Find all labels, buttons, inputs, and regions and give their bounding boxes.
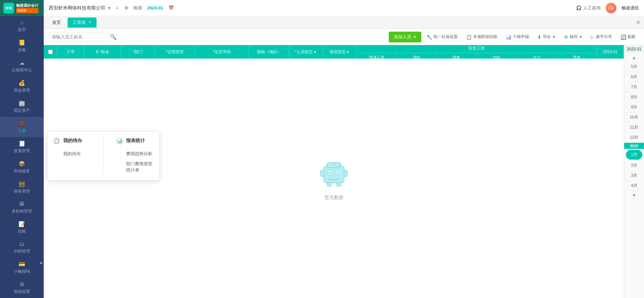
calendar-month-12[interactable]: 12月: [624, 133, 644, 143]
calendar-month-8[interactable]: 8月: [624, 92, 644, 102]
logo-text-container: 畅捷通好会计 旗舰版: [16, 3, 38, 13]
sidebar-item-home[interactable]: ⌂ 首页: [0, 16, 44, 36]
avatar-initials: CE: [608, 6, 613, 10]
calendar-month-9[interactable]: 9月: [624, 102, 644, 112]
popup-item-dept-stats[interactable]: 部门费用类型统计表: [115, 159, 154, 175]
calendar-month-3[interactable]: 3月: [624, 171, 644, 181]
company-name-text: 西安虾米网络科技有限公司: [49, 5, 105, 11]
calendar-month-1[interactable]: 1月: [626, 150, 642, 160]
sidebar-item-inventory[interactable]: 📦 库存核算: [0, 157, 44, 177]
archive-icon: 🗂: [19, 241, 25, 247]
calendar-month-4[interactable]: 4月: [624, 181, 644, 191]
tab-close-icon[interactable]: ✕: [88, 20, 91, 25]
table-header-row1: 工号 ⇅ *姓名 *部门 *证型类型 *证型号码: [44, 45, 624, 59]
sidebar-item-settle[interactable]: 📝 结账: [0, 218, 44, 238]
th-name: ⇅ *姓名: [84, 45, 121, 59]
app-title: 畅捷通好会计: [16, 3, 38, 8]
settle-icon: 📝: [18, 221, 25, 227]
th-status: *人员状态 ▼: [289, 45, 323, 59]
tab-salary[interactable]: 工资表 ✕: [68, 18, 97, 28]
calendar-icon[interactable]: 📅: [168, 5, 174, 10]
sort-icon-name: ⇅: [96, 49, 99, 54]
export-icon: ⬇: [537, 34, 541, 40]
service-label: 人工咨询: [583, 5, 601, 11]
sidebar-item-cloud[interactable]: ☁ 云报表中心: [0, 56, 44, 76]
th-performance: 绩效: [437, 53, 477, 59]
popup-menu: 📋 我的待办 我的待办 📊 报表统计 费用趋势分析 部门费用类型统计表: [47, 131, 160, 180]
calendar-month-10[interactable]: 10月: [624, 112, 644, 123]
export-btn[interactable]: ⬇ 导出 ▼: [534, 32, 559, 42]
select-all-checkbox[interactable]: [48, 49, 53, 54]
salary-icon: 💼: [18, 120, 25, 127]
search-box: 🔍: [49, 32, 109, 42]
headset-icon: 🎧: [576, 5, 581, 10]
sidebar-item-ledger[interactable]: 📒 总账: [0, 36, 44, 56]
expense-icon: 💳: [18, 261, 25, 267]
th-salary-group: 应发工资 *基本工资 津贴 绩效 扣款 合计 养老: [356, 45, 597, 59]
filter-icon-report[interactable]: ▼: [346, 50, 350, 54]
th-status-label: *人员状态: [295, 49, 313, 55]
calendar-down-nav[interactable]: ▼: [624, 191, 644, 200]
add-person-button[interactable]: 添加人员 ▼: [389, 32, 421, 42]
svg-rect-8: [344, 170, 347, 177]
th-checkbox[interactable]: [44, 45, 57, 59]
calendar-month-11[interactable]: 11月: [624, 123, 644, 133]
calendar-month-5[interactable]: 5月: [624, 62, 644, 72]
search-icon[interactable]: 🔍: [110, 34, 117, 40]
tab-salary-label: 工资表: [73, 20, 86, 26]
th-id-label: 工号: [67, 49, 75, 55]
svg-point-5: [329, 172, 331, 174]
th-date: 2023.01: [597, 45, 624, 59]
sidebar-item-multi[interactable]: 🏛 多机构管理: [0, 198, 44, 218]
sidebar-item-expense[interactable]: 💳 小畅报销 ◀: [0, 258, 44, 278]
tab-home[interactable]: 首页: [47, 18, 66, 28]
toolbar: 🔍 添加人员 ▼ 🔧 统一社保设置 📋 专项附加扣除 📊 个税申报: [44, 29, 644, 45]
calendar-panel: 2023.01 ▲ 5月 6月 7月 8月 9月 10月 11月 12月 202…: [624, 45, 644, 298]
refresh-btn[interactable]: 🔄 刷新: [617, 32, 639, 42]
inventory-icon: 📦: [18, 161, 25, 167]
sidebar-item-tax[interactable]: 🧮 税务管理: [0, 177, 44, 198]
calendar-month-2[interactable]: 2月: [624, 161, 644, 171]
social-insurance-btn[interactable]: 🔧 统一社保设置: [423, 32, 461, 42]
guide-btn[interactable]: ▷ 新手引导: [588, 32, 615, 42]
operations-btn[interactable]: ⚙ 操作 ▼: [561, 32, 586, 42]
header-right: 🎧 人工咨询 CE 畅捷通组: [576, 3, 639, 13]
top-header: 西安虾米网络科技有限公司 ▼ ＋ ⚙ 账期 2023-01 📅 🎧 人工咨询 C…: [44, 0, 644, 16]
personal-tax-btn[interactable]: 📊 个税申报: [502, 32, 532, 42]
popup-item-trend[interactable]: 费用趋势分析: [115, 149, 154, 159]
popup-col-2: 📊 报表统计 费用趋势分析 部门费用类型统计表: [115, 137, 154, 175]
sidebar-item-invoice[interactable]: 🧾 发票管理: [0, 137, 44, 157]
add-company-icon[interactable]: ＋: [115, 5, 119, 11]
calendar-up-nav[interactable]: ▲: [624, 53, 644, 62]
search-input[interactable]: [52, 34, 108, 39]
sidebar-label-multi: 多机构管理: [12, 208, 32, 214]
filter-icon-status[interactable]: ▼: [313, 50, 317, 54]
special-deduction-btn[interactable]: 📋 专项附加扣除: [463, 32, 501, 42]
sidebar-item-archive[interactable]: 🗂 归档管理: [0, 238, 44, 258]
sidebar-label-invoice: 发票管理: [14, 148, 30, 154]
empty-state-icon: [317, 156, 351, 190]
th-base-salary: *基本工资: [356, 53, 396, 59]
tax-btn-icon: 📊: [506, 34, 512, 40]
period-value[interactable]: 2023-01: [147, 5, 163, 10]
tab-close-all[interactable]: ✕: [636, 19, 641, 26]
th-certtype: *证型类型: [155, 45, 195, 59]
ops-arrow-icon: ▼: [579, 35, 582, 39]
popup-section1-title: 我的待办: [63, 138, 82, 144]
settings-icon[interactable]: ⚙: [124, 5, 128, 10]
service-button[interactable]: 🎧 人工咨询: [576, 5, 601, 11]
calendar-month-6[interactable]: 6月: [624, 72, 644, 82]
invoice-icon: 🧾: [18, 140, 25, 147]
sidebar-item-funds[interactable]: 💰 资金管理: [0, 76, 44, 97]
close-all-icon[interactable]: ✕: [636, 19, 641, 26]
sidebar-item-salary[interactable]: 💼 工资: [0, 117, 44, 137]
company-selector[interactable]: 西安虾米网络科技有限公司 ▼: [49, 5, 112, 11]
sidebar-item-assets[interactable]: 🏢 固定资产: [0, 97, 44, 117]
sidebar-item-basic[interactable]: ⚙ 基础设置: [0, 278, 44, 298]
guide-label: 新手引导: [596, 34, 612, 40]
th-country: 国籍（地区）: [249, 45, 289, 59]
popup-item-todo[interactable]: 我的待办: [52, 149, 91, 159]
calendar-month-7[interactable]: 7月: [624, 82, 644, 92]
dropdown-icon: ▼: [107, 5, 112, 11]
sidebar-label-assets: 固定资产: [14, 108, 30, 113]
